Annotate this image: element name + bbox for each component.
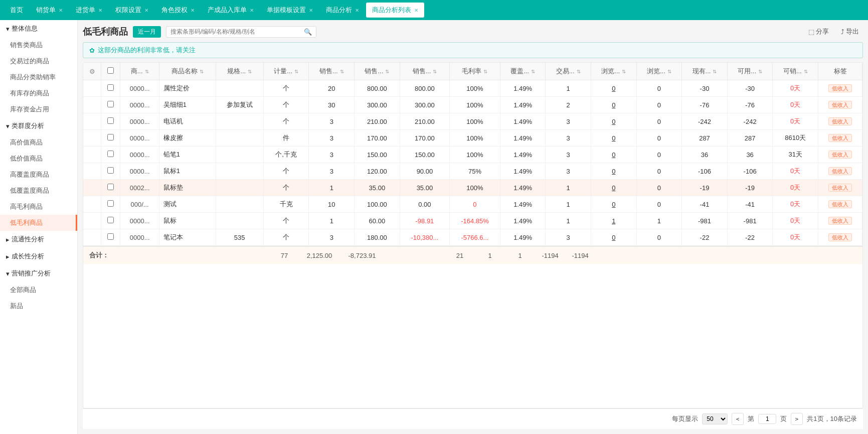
cell-browse1[interactable]: 1 <box>591 213 636 229</box>
th-sales-count[interactable]: 销售...⇅ <box>309 63 355 80</box>
sidebar-item-capital[interactable]: 库存资金占用 <box>0 101 77 117</box>
cell-browse1[interactable]: 0 <box>591 163 636 180</box>
sort-saleable-icon[interactable]: ⇅ <box>804 69 808 74</box>
th-sales-price[interactable]: 销售...⇅ <box>355 63 400 80</box>
sidebar-group-marketing[interactable]: ▾ 营销推广分析 <box>0 265 77 282</box>
sort-name-icon[interactable]: ⇅ <box>200 69 204 74</box>
nav-close-role[interactable]: ✕ <box>191 8 195 13</box>
sidebar-item-all-products[interactable]: 全部商品 <box>0 282 77 298</box>
nav-product-analysis-list[interactable]: 商品分析列表 ✕ <box>366 3 424 18</box>
th-available[interactable]: 可用...⇅ <box>727 63 773 80</box>
sort-unit-icon[interactable]: ⇅ <box>294 69 298 74</box>
th-current-stock[interactable]: 现有...⇅ <box>682 63 728 80</box>
cell-browse1[interactable]: 0 <box>591 97 636 113</box>
cell-browse1[interactable]: 0 <box>591 180 636 196</box>
cell-browse1[interactable]: 0 <box>591 196 636 213</box>
row-checkbox[interactable] <box>107 101 114 107</box>
page-input[interactable] <box>758 414 776 424</box>
cell-checkbox[interactable] <box>101 130 120 147</box>
gear-icon[interactable]: ⚙ <box>89 68 95 75</box>
nav-product-analysis[interactable]: 商品分析 ✕ <box>320 3 365 18</box>
sort-current-stock-icon[interactable]: ⇅ <box>713 69 717 74</box>
th-saleable[interactable]: 可销...⇅ <box>773 63 818 80</box>
sort-browse1-icon[interactable]: ⇅ <box>622 69 626 74</box>
th-browse2[interactable]: 浏览...⇅ <box>636 63 682 80</box>
share-button[interactable]: ⬚ 分享 <box>804 25 833 38</box>
nav-close-permission[interactable]: ✕ <box>144 8 148 13</box>
nav-close-sales[interactable]: ✕ <box>59 8 63 13</box>
next-page-button[interactable]: ＞ <box>791 413 803 425</box>
cell-checkbox[interactable] <box>101 147 120 163</box>
sort-coverage-icon[interactable]: ⇅ <box>531 69 535 74</box>
row-checkbox[interactable] <box>107 167 114 174</box>
cell-browse1[interactable]: 0 <box>591 80 636 97</box>
th-coverage[interactable]: 覆盖...⇅ <box>500 63 546 80</box>
select-all-checkbox[interactable] <box>107 67 114 74</box>
cell-checkbox[interactable] <box>101 163 120 180</box>
sort-sales-count-icon[interactable]: ⇅ <box>340 69 344 74</box>
th-browse1[interactable]: 浏览...⇅ <box>591 63 636 80</box>
row-checkbox[interactable] <box>107 233 114 240</box>
sidebar-item-low-value[interactable]: 低价值商品 <box>0 151 77 167</box>
th-spec[interactable]: 规格...⇅ <box>216 63 263 80</box>
th-unit[interactable]: 计量...⇅ <box>263 63 309 80</box>
nav-template[interactable]: 单据模板设置 ✕ <box>261 3 319 18</box>
nav-home[interactable]: 首页 <box>4 3 29 18</box>
sidebar-item-low-coverage[interactable]: 低覆盖度商品 <box>0 183 77 199</box>
th-tag[interactable]: 标签 <box>818 63 862 80</box>
nav-close-template[interactable]: ✕ <box>309 8 313 13</box>
cell-checkbox[interactable] <box>101 196 120 213</box>
th-settings[interactable]: ⚙ <box>83 63 101 80</box>
cell-browse1[interactable]: 0 <box>591 229 636 246</box>
nav-close-analysis-list[interactable]: ✕ <box>414 8 418 13</box>
row-checkbox[interactable] <box>107 184 114 190</box>
per-page-select[interactable]: 50 100 200 <box>702 413 728 424</box>
nav-permission[interactable]: 权限设置 ✕ <box>109 3 154 18</box>
sidebar-item-high-coverage[interactable]: 高覆盖度商品 <box>0 167 77 183</box>
prev-page-button[interactable]: ＜ <box>732 413 744 425</box>
row-checkbox[interactable] <box>107 200 114 207</box>
export-button[interactable]: ⤴ 导出 <box>837 25 863 38</box>
cell-checkbox[interactable] <box>101 180 120 196</box>
search-icon[interactable]: 🔍 <box>304 28 312 36</box>
row-checkbox[interactable] <box>107 151 114 157</box>
row-checkbox[interactable] <box>107 117 114 124</box>
sort-sales-price-icon[interactable]: ⇅ <box>385 69 389 74</box>
sidebar-item-new-products[interactable]: 新品 <box>0 298 77 314</box>
sidebar-group-overall[interactable]: ▾ 整体信息 <box>0 20 77 37</box>
sidebar-item-stock-products[interactable]: 有库存的商品 <box>0 85 77 101</box>
sidebar-item-category-rate[interactable]: 商品分类助销率 <box>0 69 77 85</box>
row-checkbox[interactable] <box>107 134 114 140</box>
sort-code-icon[interactable]: ⇅ <box>145 69 149 74</box>
th-transaction[interactable]: 交易...⇅ <box>546 63 591 80</box>
sort-transaction-icon[interactable]: ⇅ <box>577 69 581 74</box>
cell-checkbox[interactable] <box>101 113 120 130</box>
sidebar-item-sales-products[interactable]: 销售类商品 <box>0 37 77 53</box>
time-filter-button[interactable]: 近一月 <box>133 26 161 38</box>
th-name[interactable]: 商品名称⇅ <box>159 63 216 80</box>
nav-sales[interactable]: 销货单 ✕ <box>30 3 69 18</box>
sort-sales-profit-icon[interactable]: ⇅ <box>433 69 437 74</box>
cell-browse1[interactable]: 0 <box>591 147 636 163</box>
nav-close-product-in[interactable]: ✕ <box>250 8 254 13</box>
sort-spec-icon[interactable]: ⇅ <box>248 69 252 74</box>
nav-purchase[interactable]: 进货单 ✕ <box>70 3 108 18</box>
th-sales-profit[interactable]: 销售...⇅ <box>400 63 450 80</box>
sidebar-item-low-profit[interactable]: 低毛利商品 <box>0 215 77 231</box>
sidebar-item-traded-products[interactable]: 交易过的商品 <box>0 53 77 69</box>
sidebar-item-high-profit[interactable]: 高毛利商品 <box>0 199 77 215</box>
cell-browse1[interactable]: 0 <box>591 113 636 130</box>
sidebar-group-crowd[interactable]: ▾ 类群度分析 <box>0 117 77 134</box>
cell-checkbox[interactable] <box>101 213 120 229</box>
th-checkbox[interactable] <box>101 63 120 80</box>
sidebar-group-growth[interactable]: ▸ 成长性分析 <box>0 248 77 265</box>
nav-close-purchase[interactable]: ✕ <box>98 8 102 13</box>
nav-role[interactable]: 角色授权 ✕ <box>155 3 201 18</box>
cell-checkbox[interactable] <box>101 229 120 246</box>
nav-close-analysis[interactable]: ✕ <box>355 8 359 13</box>
th-gross-rate[interactable]: 毛利率⇅ <box>450 63 500 80</box>
row-checkbox[interactable] <box>107 217 114 223</box>
cell-browse1[interactable]: 0 <box>591 130 636 147</box>
cell-checkbox[interactable] <box>101 80 120 97</box>
nav-product-in[interactable]: 产成品入库单 ✕ <box>202 3 260 18</box>
